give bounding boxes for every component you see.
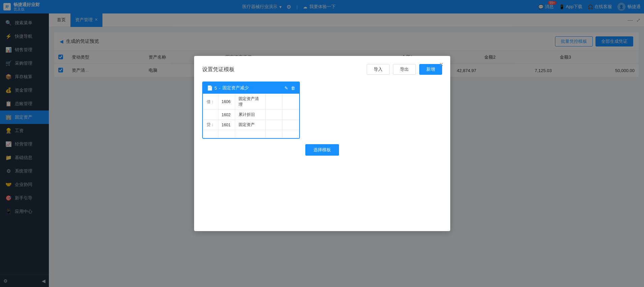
entry-credit-empty	[282, 130, 299, 138]
entry-side-3: 贷：	[203, 120, 218, 130]
entry-side-1: 借：	[203, 94, 218, 110]
template-card: 📄 5 - 固定资产减少 ✎ 🗑 借： 1606 固定资产清理	[202, 82, 300, 139]
entry-side-2	[203, 110, 218, 120]
template-card-title: 📄 5 - 固定资产减少	[207, 85, 249, 91]
template-row-1: 借： 1606 固定资产清理	[203, 94, 299, 110]
template-number: 5	[215, 86, 217, 91]
template-doc-icon: 📄	[207, 85, 213, 91]
entry-debit-3	[265, 120, 282, 130]
new-template-btn[interactable]: 新增	[419, 64, 442, 75]
entry-credit-2	[282, 110, 299, 120]
entry-credit-3	[282, 120, 299, 130]
template-delete-icon[interactable]: 🗑	[291, 86, 295, 91]
template-card-actions: ✎ 🗑	[284, 86, 295, 91]
dialog-close-btn[interactable]: ✕	[439, 61, 443, 68]
template-entries-table: 借： 1606 固定资产清理 1602 累计折旧 贷：	[203, 94, 299, 138]
entry-code-3: 1601	[218, 120, 235, 130]
entry-debit-empty	[265, 130, 282, 138]
entry-debit-2	[265, 110, 282, 120]
modal-overlay: 设置凭证模板 导入 导出 新增 ✕ 📄 5 - 固定资产减少 ✎ 🗑	[0, 0, 644, 287]
entry-account-empty	[235, 130, 265, 138]
template-row-empty	[203, 130, 299, 138]
dialog-action-buttons: 导入 导出 新增	[367, 64, 442, 75]
template-name: 固定资产减少	[222, 85, 249, 91]
template-name-separator: -	[219, 86, 220, 91]
entry-code-2: 1602	[218, 110, 235, 120]
template-edit-icon[interactable]: ✎	[284, 86, 288, 91]
dialog-title: 设置凭证模板	[202, 66, 235, 73]
entry-code-1: 1606	[218, 94, 235, 110]
voucher-template-dialog: 设置凭证模板 导入 导出 新增 ✕ 📄 5 - 固定资产减少 ✎ 🗑	[194, 56, 450, 231]
import-btn[interactable]: 导入	[367, 64, 390, 75]
template-row-2: 1602 累计折旧	[203, 110, 299, 120]
entry-account-2: 累计折旧	[235, 110, 265, 120]
entry-credit-1	[282, 94, 299, 110]
entry-account-3: 固定资产	[235, 120, 265, 130]
dialog-header: 设置凭证模板 导入 导出 新增	[202, 64, 442, 75]
select-template-btn[interactable]: 选择模板	[305, 144, 339, 156]
template-row-3: 贷： 1601 固定资产	[203, 120, 299, 130]
entry-debit-1	[265, 94, 282, 110]
template-card-header: 📄 5 - 固定资产减少 ✎ 🗑	[203, 82, 299, 94]
export-btn[interactable]: 导出	[393, 64, 416, 75]
entry-account-1: 固定资产清理	[235, 94, 265, 110]
entry-code-empty	[218, 130, 235, 138]
entry-side-empty	[203, 130, 218, 138]
